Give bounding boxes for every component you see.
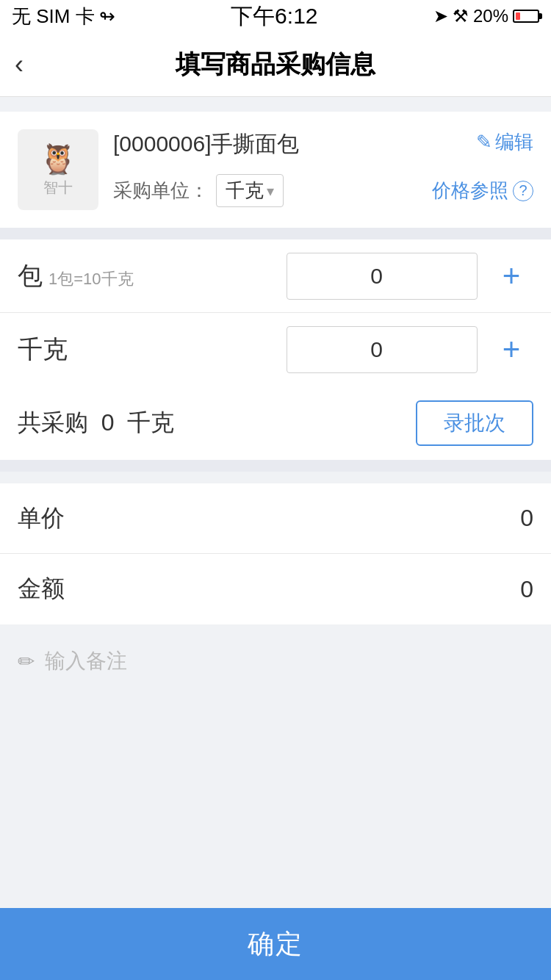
battery-percent: 20% [473,6,508,26]
nav-bar: ‹ 填写商品采购信息 [0,32,551,97]
product-info: [0000006]手撕面包 ✎ 编辑 采购单位： 千克 ▾ 价格参照 ? [113,129,533,207]
section-divider-2 [0,460,551,472]
input-section: 包 1包=10千克 + 千克 + [0,239,551,386]
help-icon: ? [513,181,533,201]
battery-icon [513,10,539,23]
back-button[interactable]: ‹ [15,49,24,80]
wifi-icon: ↬ [99,5,115,28]
kg-label: 千克 [18,333,68,367]
status-bar: 无 SIM 卡 ↬ 下午6:12 ➤ ⚒ 20% [0,0,551,32]
product-card: 🦉 智十 [0000006]手撕面包 ✎ 编辑 采购单位： 千克 ▾ 价格参照 [0,112,551,228]
location-icon: ➤ [433,6,448,26]
bag-input-row: 包 1包=10千克 + [0,239,551,313]
bag-label: 包 [18,259,43,293]
bag-plus-button[interactable]: + [489,254,533,298]
product-name: [0000006]手撕面包 [113,129,299,159]
status-right: ➤ ⚒ 20% [433,6,539,26]
bag-sub-label: 1包=10千克 [48,268,134,290]
section-divider-1 [0,228,551,239]
unit-price-label: 单价 [18,502,65,535]
pencil-icon: ✏ [18,649,35,674]
confirm-button[interactable]: 确定 [0,908,551,980]
amount-label: 金额 [18,573,65,605]
unit-price-row: 单价 0 [0,483,551,554]
kg-plus-button[interactable]: + [489,328,533,372]
batch-button[interactable]: 录批次 [416,400,533,446]
product-image: 🦉 智十 [18,129,98,210]
unit-select[interactable]: 千克 ▾ [216,174,284,207]
price-section: 单价 0 金额 0 [0,483,551,624]
status-time: 下午6:12 [231,1,317,32]
no-sim-label: 无 SIM 卡 [12,4,95,29]
price-ref-button[interactable]: 价格参照 ? [432,178,533,203]
bag-quantity-input[interactable] [287,253,478,300]
alarm-icon: ⚒ [453,6,469,26]
amount-value: 0 [520,576,533,603]
edit-icon: ✎ [476,131,492,154]
note-placeholder: 输入备注 [45,647,127,675]
kg-quantity-input[interactable] [287,326,478,373]
page-title: 填写商品采购信息 [176,48,375,82]
status-left: 无 SIM 卡 ↬ [12,4,115,29]
purchase-unit-label: 采购单位： [113,178,209,203]
content-spacer [0,698,551,908]
summary-total-text: 共采购 0 千克 [18,407,174,439]
summary-section: 共采购 0 千克 录批次 [0,386,551,460]
unit-price-value: 0 [520,505,533,532]
product-logo-icon: 🦉 [40,142,76,176]
edit-button[interactable]: ✎ 编辑 [476,129,533,155]
product-logo-text: 智十 [43,178,73,198]
amount-row: 金额 0 [0,554,551,624]
note-section[interactable]: ✏ 输入备注 [0,624,551,698]
kg-input-row: 千克 + [0,313,551,386]
dropdown-arrow-icon: ▾ [267,182,274,200]
